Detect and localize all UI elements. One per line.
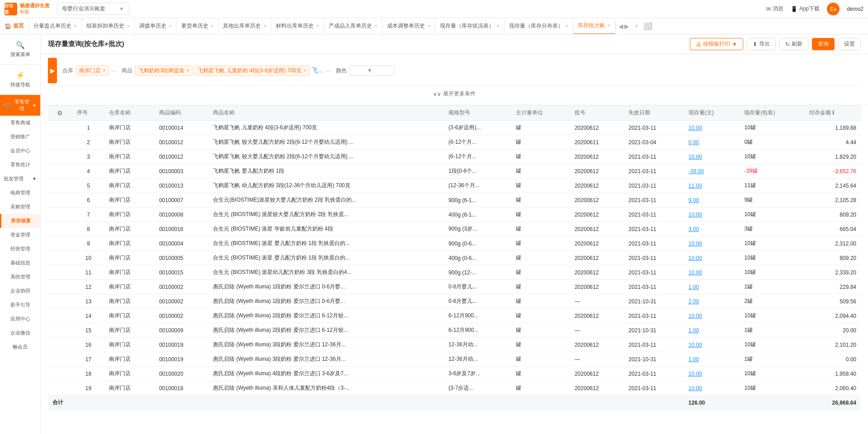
tab-close-borrow[interactable]: × <box>211 24 214 28</box>
sidebar-item-shop[interactable]: 零售商城 <box>0 116 40 130</box>
tab-borrow-order[interactable]: 要货单历史 × <box>177 18 219 34</box>
message-button[interactable]: ✉ 消息 <box>766 5 783 13</box>
tab-split-inventory[interactable]: 分量盘点单历史 × <box>29 18 82 34</box>
close-window[interactable]: ⬜ <box>641 22 655 30</box>
tab-query-order[interactable]: 调拨单历史 × <box>135 18 177 34</box>
industry-selector[interactable]: 母婴行业演示账套 ▼ <box>57 3 129 15</box>
print-button[interactable]: 🖨 按模板打印 ▼ <box>690 38 743 50</box>
header-actions: 🖨 按模板打印 ▼ ⬆ 导出 ↻ 刷新 查询 设置 <box>690 38 861 50</box>
row-num: 2 <box>72 135 105 150</box>
product-more[interactable]: 飞... <box>311 66 323 75</box>
nav-prev-arrow[interactable]: ◀ <box>618 23 623 30</box>
table-container[interactable]: ⚙ 序号 仓库名称 商品编码 商品名称 <box>41 105 868 434</box>
expand-more-button[interactable]: ∨∨ 展开更多条件 <box>429 88 479 99</box>
row-stock-pkg: 1罐 <box>740 280 804 294</box>
tab-close-other[interactable]: × <box>264 24 266 28</box>
row-code: 00100005 <box>155 251 208 265</box>
sidebar-item-operation[interactable]: 经营管理 <box>0 242 40 256</box>
th-settings[interactable]: ⚙ <box>48 105 72 121</box>
refresh-button[interactable]: ↻ 刷新 <box>779 38 808 50</box>
tab-close-cost[interactable]: × <box>428 24 430 28</box>
row-name: 惠氏启陆 (Wyeth illuma) 4段奶粉 爱尔兰进口 3-6岁及7... <box>208 367 444 381</box>
expand-row: ∨∨ 展开更多条件 <box>48 86 861 101</box>
tab-cost-adjust[interactable]: 成本调整单历史 × <box>382 18 435 34</box>
warehouse-more[interactable]: ··· <box>111 67 116 74</box>
row-balance: 1,829.20 <box>805 150 861 164</box>
sidebar-item-stats[interactable]: 零售统计 <box>0 158 40 172</box>
sidebar-item-enterprise[interactable]: 企业协同 <box>0 284 40 298</box>
row-settings-cell <box>48 179 72 193</box>
sidebar-item-marketing[interactable]: 营销推广 <box>0 130 40 144</box>
th-stock-pkg: 现存量(包装) <box>740 105 804 121</box>
row-spec: 12-36月幼... <box>444 338 511 352</box>
row-stock-main: 1.00 <box>684 280 740 294</box>
tab-close-batch[interactable]: × <box>608 23 610 28</box>
tab-close-material[interactable]: × <box>316 24 319 28</box>
row-warehouse: 南岸门店 <box>104 135 155 150</box>
row-batch: 20200612 <box>570 164 624 179</box>
export-button[interactable]: ⬆ 导出 <box>747 38 776 50</box>
row-code: 00100015 <box>155 265 208 280</box>
sidebar-quicknav[interactable]: ⚡ 快捷导航 <box>0 67 40 92</box>
tab-disassemble[interactable]: 组装拆卸单历史 × <box>82 18 135 34</box>
color-dropdown[interactable]: ▼ <box>349 66 395 76</box>
product-tag-0-close[interactable]: × <box>186 67 189 74</box>
tab-stock-status[interactable]: 现存量（库存状况表） × <box>435 18 505 34</box>
tab-product-in[interactable]: 产成品入库单历史 × <box>324 18 382 34</box>
tab-close-disassemble[interactable]: × <box>127 24 130 28</box>
sidebar-item-newguide[interactable]: 新手引导 <box>0 298 40 312</box>
close-all-tabs[interactable]: × <box>632 23 641 29</box>
row-balance: 2,312.00 <box>805 236 861 251</box>
sidebar-item-inventory[interactable]: 库存核算 <box>0 214 40 228</box>
sidebar-item-vip[interactable]: 畅会员 <box>0 340 40 354</box>
settings-button[interactable]: 设置 <box>838 38 861 50</box>
sidebar-item-retail[interactable]: 🛒 零售管理 ▼ <box>0 95 40 116</box>
product-more-dots[interactable]: ··· <box>325 67 330 74</box>
row-warehouse: 南岸门店 <box>104 236 155 251</box>
sidebar-item-system[interactable]: 系统管理 <box>0 270 40 284</box>
row-batch: 20200612 <box>570 381 624 396</box>
sidebar-item-ecommerce[interactable]: 电商管理 <box>0 186 40 200</box>
row-unit: 罐 <box>511 352 570 367</box>
tab-close-query[interactable]: × <box>169 24 172 28</box>
sidebar-item-appcenter[interactable]: 应用中心 <box>0 312 40 326</box>
row-warehouse: 南岸门店 <box>104 150 155 164</box>
row-expiry: 2021-03-11 <box>624 265 684 280</box>
row-stock-pkg: 0罐 <box>740 135 804 150</box>
tab-close-split[interactable]: × <box>74 24 77 28</box>
tab-home[interactable]: 🏠 首页 <box>0 18 29 34</box>
tab-close-dist[interactable]: × <box>566 24 569 28</box>
row-unit: 罐 <box>511 294 570 309</box>
avatar[interactable]: Ea <box>827 3 840 15</box>
sidebar-search[interactable]: 🔍 搜索菜单 <box>0 37 40 61</box>
row-spec: 0-6月婴儿... <box>444 280 511 294</box>
row-settings-cell <box>48 352 72 367</box>
sidebar-item-member[interactable]: 会员中心 <box>0 144 40 158</box>
tab-stock-dist[interactable]: 现存量（库存分布表） × <box>505 18 574 34</box>
sidebar-item-wholesale[interactable]: 批发管理 ▼ <box>0 172 40 186</box>
nav-tabs: 🏠 首页 分量盘点单历史 × 组装拆卸单历史 × 调拨单历史 × 要货单历史 ×… <box>0 18 868 34</box>
row-settings-cell <box>48 150 72 164</box>
sidebar-item-finance[interactable]: 资金管理 <box>0 228 40 242</box>
tab-batch-ledger[interactable]: 库存批次账 × <box>573 18 615 34</box>
sidebar-item-corpwechat[interactable]: 企业微信 <box>0 326 40 340</box>
table-row: 9 南岸门店 00100004 合生元 (BIOSTIME) 派星 婴儿配方奶粉… <box>48 236 861 251</box>
query-button[interactable]: 查询 <box>812 38 835 50</box>
product-tag-1-close[interactable]: × <box>303 67 307 74</box>
nav-arrows: ◀ ▶ <box>615 23 632 30</box>
nav-next-arrow[interactable]: ▶ <box>624 23 629 30</box>
sidebar-item-basic[interactable]: 基础信息 <box>0 256 40 270</box>
row-balance: 1,189.88 <box>805 121 861 135</box>
filter-expand-arrow[interactable]: ▶ <box>48 58 57 83</box>
warehouse-tag-close[interactable]: × <box>103 67 106 74</box>
tab-close-status[interactable]: × <box>497 24 500 28</box>
row-spec: 12-36月幼... <box>444 352 511 367</box>
tab-other-out[interactable]: 其他出库单历史 × <box>218 18 271 34</box>
row-batch: — <box>570 294 624 309</box>
row-spec: (6-12个月... <box>444 135 511 150</box>
tab-close-product[interactable]: × <box>375 24 377 28</box>
sidebar-item-purchase[interactable]: 采购管理 <box>0 200 40 214</box>
row-expiry: 2021-03-11 <box>624 222 684 236</box>
tab-material-out[interactable]: 材料出库单历史 × <box>271 18 324 34</box>
download-button[interactable]: 📱 App下载 <box>791 5 820 13</box>
